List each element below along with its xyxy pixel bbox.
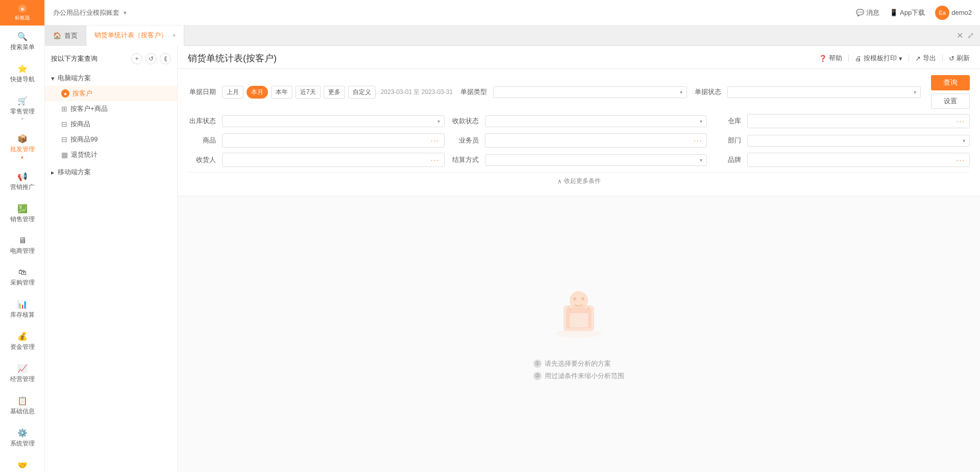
sidebar-item-retail[interactable]: 🛒 零售管理 ▾ bbox=[0, 90, 44, 128]
sidebar-item-search[interactable]: 🔍 搜索菜单 bbox=[0, 26, 44, 58]
message-btn[interactable]: 💬 消息 bbox=[856, 8, 879, 17]
type-col: ▾ bbox=[493, 86, 687, 98]
tree-parent-mobile[interactable]: ▸ 移动端方案 bbox=[45, 164, 177, 180]
chevron-right-icon: ▸ bbox=[51, 169, 55, 176]
bag-icon: 🛍 bbox=[18, 268, 27, 277]
payment-select[interactable]: ▾ bbox=[485, 154, 707, 166]
tab-home[interactable]: 🏠 首页 bbox=[45, 26, 86, 46]
sidebar-item-inventory[interactable]: 📊 库存核算 bbox=[0, 293, 44, 325]
tree-child-by-customer[interactable]: ● 按客户 bbox=[45, 86, 177, 101]
topbar-right: 💬 消息 📱 App下载 Ea demo2 bbox=[856, 6, 972, 20]
add-scheme-btn[interactable]: + bbox=[131, 53, 142, 64]
main-area: 办公用品行业模拟账套 ▾ 💬 消息 📱 App下载 Ea demo2 🏠 首页 … bbox=[45, 0, 980, 472]
tip-text-2: 用过滤条件来缩小分析范围 bbox=[545, 371, 624, 381]
sidebar-item-label: 采购管理 bbox=[10, 278, 35, 287]
type-label: 单据类型 bbox=[459, 87, 487, 97]
printer-icon: 🖨 bbox=[855, 55, 862, 62]
sidebar-item-marketing[interactable]: 📢 营销推广 bbox=[0, 166, 44, 198]
sidebar-item-operations[interactable]: 📈 经营管理 bbox=[0, 358, 44, 390]
payment-label: 结算方式 bbox=[451, 155, 479, 164]
collapse-panel-btn[interactable]: ⟪ bbox=[160, 53, 171, 64]
tree-child-label: 退货统计 bbox=[71, 150, 97, 159]
sidebar-item-enterprise[interactable]: 🤝 企业协同 bbox=[0, 454, 44, 472]
sidebar-item-finance[interactable]: 💰 资金管理 bbox=[0, 325, 44, 358]
date-range-text: 2023-03-01 至 2023-03-31 bbox=[381, 88, 453, 97]
sidebar-item-sales[interactable]: 💹 销售管理 bbox=[0, 198, 44, 230]
sidebar-item-label: 批发管理 bbox=[10, 145, 35, 154]
sidebar-item-label: 营销推广 bbox=[10, 183, 35, 192]
date-btn-year[interactable]: 本年 bbox=[271, 86, 292, 99]
tree-section-desktop: ▾ 电脑端方案 ● 按客户 ⊞ 按客户+商品 ⊟ 按商品 ⊟ 按商品99 bbox=[45, 70, 177, 162]
sidebar-item-ecommerce[interactable]: 🖥 电商管理 bbox=[0, 230, 44, 262]
svg-point-6 bbox=[573, 297, 576, 300]
staff-select[interactable]: ··· bbox=[485, 133, 707, 148]
tree-parent-desktop[interactable]: ▾ 电脑端方案 bbox=[45, 70, 177, 86]
brand-select[interactable]: ··· bbox=[747, 153, 970, 167]
warehouse-select[interactable]: ··· bbox=[747, 114, 970, 128]
export-btn[interactable]: ↗ 导出 bbox=[915, 54, 936, 63]
refresh-btn[interactable]: ↺ 刷新 bbox=[949, 54, 970, 63]
maximize-icon[interactable]: ⤢ bbox=[967, 31, 974, 40]
app-download-btn[interactable]: 📱 App下载 bbox=[890, 8, 925, 17]
print-btn[interactable]: 🖨 按模板打印 ▾ bbox=[855, 54, 902, 63]
left-panel: 按以下方案查询 + ↺ ⟪ ▾ 电脑端方案 ● 按客户 ⊞ 按客 bbox=[45, 46, 178, 472]
status-select[interactable]: ▾ bbox=[727, 86, 921, 98]
sidebar-item-label: 快捷导航 bbox=[10, 75, 35, 84]
status-label: 单据状态 bbox=[693, 87, 721, 97]
receiver-select[interactable]: ··· bbox=[222, 153, 445, 167]
sidebar-item-system[interactable]: ⚙️ 系统管理 bbox=[0, 422, 44, 454]
print-dropdown-icon: ▾ bbox=[899, 55, 902, 62]
close-window-icon[interactable]: ✕ bbox=[957, 31, 963, 40]
sidebar-item-wholesale[interactable]: 📦 批发管理 ▴ bbox=[0, 128, 44, 166]
collection-status-select[interactable]: ▾ bbox=[485, 115, 707, 127]
tree-child-label: 按客户 bbox=[72, 89, 92, 98]
divider bbox=[848, 55, 849, 62]
sidebar-item-purchase[interactable]: 🛍 采购管理 bbox=[0, 262, 44, 293]
type-dropdown-icon: ▾ bbox=[680, 89, 682, 95]
handshake-icon: 🤝 bbox=[17, 460, 28, 470]
search-btn[interactable]: 查询 bbox=[931, 75, 970, 90]
setting-btn[interactable]: 设置 bbox=[931, 93, 970, 109]
sidebar-item-label: 系统管理 bbox=[10, 439, 35, 448]
bar-chart-icon: ▦ bbox=[61, 151, 68, 159]
type-select[interactable]: ▾ bbox=[493, 86, 687, 98]
date-btn-more[interactable]: 更多 bbox=[324, 86, 345, 99]
product-select[interactable]: ··· bbox=[222, 133, 445, 148]
sidebar-item-label: 销售管理 bbox=[10, 215, 35, 224]
tree-child-return-stat[interactable]: ▦ 退货统计 bbox=[45, 147, 177, 162]
grid-icon: ⊞ bbox=[61, 105, 67, 113]
date-btn-last-month[interactable]: 上月 bbox=[222, 86, 243, 99]
sidebar-item-quicknav[interactable]: ⭐ 快捷导航 bbox=[0, 58, 44, 90]
user-profile[interactable]: Ea demo2 bbox=[935, 6, 972, 20]
payment-dropdown-icon: ▾ bbox=[700, 157, 702, 163]
message-label: 消息 bbox=[866, 8, 879, 17]
payment-col: ▾ bbox=[485, 154, 707, 166]
page-header: 销货单统计表(按客户) ❓ 帮助 🖨 按模板打印 ▾ ↗ bbox=[178, 46, 980, 69]
refresh-scheme-btn[interactable]: ↺ bbox=[145, 53, 157, 64]
sidebar-item-basic[interactable]: 📋 基础信息 bbox=[0, 390, 44, 422]
tree-child-label: 按商品 bbox=[70, 120, 90, 129]
page-title: 销货单统计表(按客户) bbox=[188, 52, 277, 64]
date-btn-custom[interactable]: 自定义 bbox=[348, 86, 376, 99]
tree-child-by-product-99[interactable]: ⊟ 按商品99 bbox=[45, 132, 177, 147]
staff-dots: ··· bbox=[694, 136, 703, 145]
collapse-bar[interactable]: ∧ 收起更多条件 bbox=[188, 172, 970, 190]
out-status-label: 出库状态 bbox=[188, 116, 216, 126]
topbar-dropdown-btn[interactable]: ▾ bbox=[124, 9, 127, 16]
tab-sales-stat[interactable]: 销货单统计表（按客户） × bbox=[86, 26, 184, 46]
close-tab-btn[interactable]: × bbox=[173, 32, 176, 38]
date-btn-7days[interactable]: 近7天 bbox=[296, 86, 321, 99]
table-icon: ⊟ bbox=[61, 120, 67, 128]
dept-select[interactable]: ▾ bbox=[747, 135, 970, 147]
tree-child-customer-product[interactable]: ⊞ 按客户+商品 bbox=[45, 101, 177, 116]
out-status-select[interactable]: ▾ bbox=[222, 115, 445, 127]
print-label: 按模板打印 bbox=[864, 54, 897, 63]
home-icon: 🏠 bbox=[53, 32, 61, 39]
date-btn-current-month[interactable]: 本月 bbox=[247, 86, 268, 99]
help-btn[interactable]: ❓ 帮助 bbox=[819, 54, 842, 63]
tree-child-by-product[interactable]: ⊟ 按商品 bbox=[45, 116, 177, 132]
megaphone-icon: 📢 bbox=[17, 172, 28, 181]
date-label: 单据日期 bbox=[188, 87, 216, 97]
logo-text: 标账版 bbox=[15, 14, 30, 21]
info-icon: 📋 bbox=[17, 396, 28, 406]
